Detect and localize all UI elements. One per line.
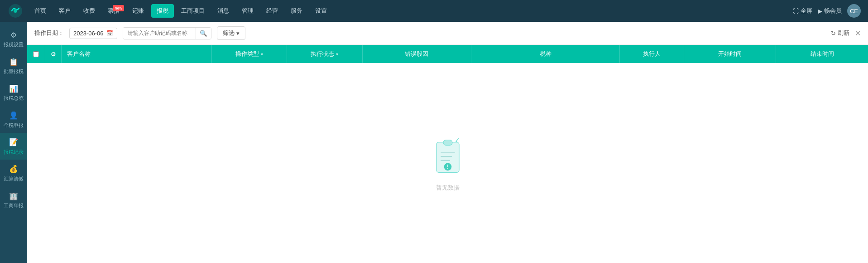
th-error-label: 错误股因 <box>405 50 428 58</box>
sidebar-item-annual-report[interactable]: 🏢 工商年报 <box>0 186 27 213</box>
svg-point-9 <box>447 168 448 169</box>
th-name: 客户名称 <box>62 45 212 63</box>
empty-illustration: 暂无数据 <box>425 135 470 192</box>
refresh-icon: ↻ <box>831 30 836 37</box>
th-end: 结束时间 <box>776 45 868 63</box>
date-value: 2023-06-06 <box>73 30 104 37</box>
nav-badge-invoice: new <box>113 5 124 11</box>
refresh-button[interactable]: ↻ 刷新 <box>831 29 849 37</box>
sidebar-icon-tax-records: 📝 <box>9 137 19 147</box>
th-gear[interactable]: ⚙ <box>45 45 62 63</box>
search-box: 🔍 <box>123 27 211 39</box>
nav-item-business[interactable]: 工商项目 <box>176 4 210 18</box>
nav-item-service[interactable]: 服务 <box>285 4 308 18</box>
sidebar-label-tax-records: 报税记录 <box>4 149 24 155</box>
sidebar-label-batch-tax: 批量报税 <box>4 68 24 74</box>
member-label: 畅会员 <box>824 7 842 15</box>
svg-point-11 <box>456 141 457 142</box>
nav-item-tax[interactable]: 报税 <box>151 4 174 18</box>
nav-right: ⛶ 全屏 ▶ 畅会员 CE <box>793 4 861 18</box>
content-area: 操作日期： 2023-06-06 📅 🔍 筛选 ▾ ↻ 刷新 ✕ <box>27 22 868 263</box>
nav-item-charge[interactable]: 收费 <box>78 4 101 18</box>
sort-icon-status: ▾ <box>336 52 338 57</box>
date-label: 操作日期： <box>34 29 64 37</box>
fullscreen-button[interactable]: ⛶ 全屏 <box>793 7 812 15</box>
top-nav: 首页客户收费票据new记账报税工商项目消息管理经营服务设置 ⛶ 全屏 ▶ 畅会员… <box>0 0 868 22</box>
empty-text: 暂无数据 <box>436 184 460 192</box>
member-icon: ▶ <box>818 8 822 15</box>
nav-item-settings[interactable]: 设置 <box>310 4 332 18</box>
th-status[interactable]: 执行状态 ▾ <box>287 45 362 63</box>
th-end-label: 结束时间 <box>810 50 834 58</box>
th-name-label: 客户名称 <box>67 50 91 58</box>
select-all-checkbox[interactable] <box>33 51 39 57</box>
sidebar-label-calc-pay: 汇算清缴 <box>4 176 24 182</box>
refresh-label: 刷新 <box>838 29 849 37</box>
main-layout: ⚙ 报税设置 📋 批量报税 📊 报税总览 👤 个税申报 📝 报税记录 💰 汇算清… <box>0 22 868 263</box>
th-error: 错误股因 <box>363 45 472 63</box>
nav-item-home[interactable]: 首页 <box>29 4 52 18</box>
filter-button[interactable]: 筛选 ▾ <box>217 26 245 40</box>
sidebar-label-tax-summary: 报税总览 <box>4 95 24 101</box>
sidebar-item-tax-records[interactable]: 📝 报税记录 <box>0 133 27 160</box>
sidebar-item-tax-settings[interactable]: ⚙ 报税设置 <box>0 25 27 52</box>
search-icon: 🔍 <box>200 30 207 37</box>
filter-label: 筛选 <box>223 29 235 37</box>
sidebar-label-tax-settings: 报税设置 <box>4 42 24 48</box>
member-button[interactable]: ▶ 畅会员 <box>818 7 842 15</box>
chevron-down-icon: ▾ <box>236 30 240 37</box>
fullscreen-icon: ⛶ <box>793 8 799 15</box>
sidebar-icon-personal-tax: 👤 <box>9 111 19 121</box>
toolbar-right: ↻ 刷新 ✕ <box>831 29 861 38</box>
toolbar: 操作日期： 2023-06-06 📅 🔍 筛选 ▾ ↻ 刷新 ✕ <box>27 22 868 45</box>
sidebar-label-personal-tax: 个税申报 <box>4 122 24 128</box>
table-header: ⚙ 客户名称 操作类型 ▾ 执行状态 ▾ 错误股因 税种 <box>27 45 868 63</box>
sidebar: ⚙ 报税设置 📋 批量报税 📊 报税总览 👤 个税申报 📝 报税记录 💰 汇算清… <box>0 22 27 263</box>
th-executor-label: 执行人 <box>643 50 661 58</box>
nav-item-message[interactable]: 消息 <box>212 4 235 18</box>
nav-item-invoice[interactable]: 票据new <box>102 4 125 18</box>
sidebar-icon-tax-summary: 📊 <box>9 83 19 93</box>
th-start-label: 开始时间 <box>718 50 742 58</box>
search-input[interactable] <box>123 28 196 39</box>
search-button[interactable]: 🔍 <box>196 28 211 39</box>
calendar-icon: 📅 <box>106 30 113 36</box>
sidebar-item-calc-pay[interactable]: 💰 汇算清缴 <box>0 160 27 186</box>
table-body: 暂无数据 <box>27 63 868 263</box>
th-tax: 税种 <box>471 45 620 63</box>
avatar-text: CE <box>850 8 858 15</box>
nav-item-operation[interactable]: 经营 <box>261 4 283 18</box>
nav-item-manage[interactable]: 管理 <box>236 4 259 18</box>
empty-svg <box>425 135 470 180</box>
sidebar-item-batch-tax[interactable]: 📋 批量报税 <box>0 52 27 79</box>
sidebar-label-annual-report: 工商年报 <box>4 203 24 209</box>
nav-item-accounts[interactable]: 记账 <box>127 4 149 18</box>
sidebar-icon-annual-report: 🏢 <box>9 191 19 201</box>
sort-icon-optype: ▾ <box>261 52 263 57</box>
close-button[interactable]: ✕ <box>855 29 861 38</box>
nav-items: 首页客户收费票据new记账报税工商项目消息管理经营服务设置 <box>29 4 793 18</box>
th-checkbox[interactable] <box>27 45 45 63</box>
th-optype[interactable]: 操作类型 ▾ <box>212 45 287 63</box>
th-optype-label: 操作类型 <box>235 50 259 58</box>
sidebar-item-tax-summary[interactable]: 📊 报税总览 <box>0 79 27 106</box>
sidebar-icon-calc-pay: 💰 <box>9 164 19 174</box>
fullscreen-label: 全屏 <box>801 7 812 15</box>
th-tax-label: 税种 <box>540 50 551 58</box>
gear-icon: ⚙ <box>51 51 56 58</box>
table-container: ⚙ 客户名称 操作类型 ▾ 执行状态 ▾ 错误股因 税种 <box>27 45 868 263</box>
svg-rect-8 <box>447 164 448 167</box>
logo[interactable] <box>7 3 24 19</box>
th-executor: 执行人 <box>620 45 684 63</box>
sidebar-item-personal-tax[interactable]: 👤 个税申报 <box>0 106 27 133</box>
avatar[interactable]: CE <box>847 4 861 18</box>
svg-point-1 <box>14 9 17 13</box>
svg-rect-3 <box>443 140 452 145</box>
th-start: 开始时间 <box>684 45 777 63</box>
sidebar-icon-tax-settings: ⚙ <box>9 30 19 40</box>
nav-item-client[interactable]: 客户 <box>53 4 76 18</box>
date-picker[interactable]: 2023-06-06 📅 <box>69 28 117 39</box>
th-status-label: 执行状态 <box>311 50 334 58</box>
sidebar-icon-batch-tax: 📋 <box>9 57 19 67</box>
